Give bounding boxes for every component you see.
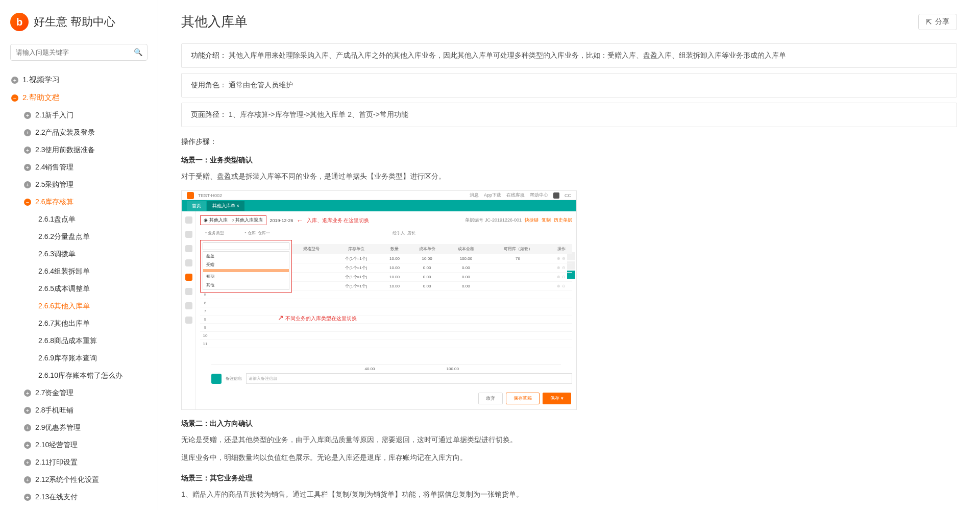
nav-label: 2.6.4组装拆卸单 [38, 267, 90, 276]
ss-toolbar: 复制 [542, 217, 551, 224]
brand-title: 好生意 帮助中心 [34, 14, 115, 30]
ss-tabs: 首页 其他入库单 × [182, 200, 576, 211]
nav-label: 2.6.5成本调整单 [38, 284, 90, 294]
ss-account: TEST-H002 [198, 193, 222, 198]
nav-label: 2.6库存核算 [35, 198, 74, 207]
nav-l3-item[interactable]: 2.6.10库存账本错了怎么办 [10, 367, 148, 384]
ss-total-amount: 100.00 [447, 367, 459, 371]
ss-annotation1: 入库、退库业务 在这里切换 [307, 217, 370, 224]
embedded-screenshot: TEST-H002 消息 App下载 在线客服 帮助中心 CC 首页 其他入库单… [181, 190, 577, 410]
ss-btn-cancel: 放弃 [478, 393, 503, 404]
nav-l2-item[interactable]: +2.13在线支付 [10, 489, 148, 506]
nav-l2-item[interactable]: +2.2产品安装及登录 [10, 124, 148, 141]
role-box: 使用角色： 通常由仓管人员维护 [181, 73, 957, 98]
ss-dropdown-item: 受赠 [203, 260, 289, 269]
scene2-text1: 无论是受赠，还是其他类型的业务，由于入库商品质量等原因，需要退回，这时可通过单据… [181, 433, 957, 446]
nav-l3-item[interactable]: 2.6.1盘点单 [10, 211, 148, 228]
nav-label: 2.10经营管理 [35, 441, 78, 450]
nav-l3-item[interactable]: 2.6.4组装拆卸单 [10, 263, 148, 280]
role-text: 通常由仓管人员维护 [229, 81, 293, 89]
nav-label: 2.11打印设置 [35, 458, 78, 467]
nav-l2-item[interactable]: +2.8手机旺铺 [10, 402, 148, 419]
ss-dropdown-item: 盘盈 [203, 252, 289, 260]
nav-l3-item[interactable]: 2.6.9库存账本查询 [10, 350, 148, 367]
nav-l3-item[interactable]: 2.6.5成本调整单 [10, 280, 148, 298]
ss-avatar-icon [553, 192, 559, 199]
ss-note-label: 备注信息 [226, 376, 242, 381]
nav-l1-video[interactable]: +1.视频学习 [10, 71, 148, 89]
search-icon[interactable]: 🔍 [134, 48, 142, 56]
ss-totals: 40.00 100.00 [211, 364, 561, 371]
brand-row: b 好生意 帮助中心 [10, 13, 148, 31]
nav-label: 2.6.6其他入库单 [38, 302, 90, 311]
ss-logo-icon [187, 192, 194, 199]
nav-l2-item[interactable]: +2.3使用前数据准备 [10, 141, 148, 159]
scene2-title: 场景二：出入方向确认 [181, 419, 957, 428]
nav-label: 2.6.2分量盘点单 [38, 232, 90, 241]
nav-label: 2.9优惠券管理 [35, 423, 81, 432]
ss-top-link: 在线客服 [506, 192, 525, 199]
scene3-title: 场景三：其它业务处理 [181, 474, 957, 483]
ss-body: ◉ 其他入库 ○ 其他入库退库 2019-12-26 ← 入库、退库业务 在这里… [196, 211, 576, 409]
nav-l2-item[interactable]: +2.11打印设置 [10, 454, 148, 471]
ss-meta-row: * 业务类型 * 仓库 仓库一 经手人 店长 [200, 228, 572, 238]
scene1-title: 场景一：业务类型确认 [181, 156, 957, 165]
ss-btn-save: 保存 ▾ [543, 393, 571, 404]
nav-label: 2.6.8商品成本重算 [38, 336, 97, 346]
ss-top-link: App下载 [484, 192, 501, 199]
ss-toolbar: 历史单据 [554, 217, 572, 224]
nav-label: 2.帮助文档 [22, 93, 60, 103]
share-button[interactable]: ⇱ 分享 [918, 14, 957, 30]
nav-l2-item[interactable]: +2.9优惠券管理 [10, 419, 148, 436]
nav-label: 2.3使用前数据准备 [35, 145, 95, 155]
ss-radio: ◉ 其他入库 [204, 217, 228, 224]
share-icon: ⇱ [926, 18, 932, 26]
search-input[interactable] [10, 44, 148, 61]
intro-label: 功能介绍： [191, 51, 227, 59]
nav-label: 1.视频学习 [22, 75, 60, 85]
nav-l2-item[interactable]: +2.14常见问题 [10, 506, 148, 510]
nav-l2-item[interactable]: +2.5采购管理 [10, 176, 148, 193]
nav-label: 2.6.1盘点单 [38, 215, 76, 224]
ss-nav-icon [185, 245, 192, 252]
ss-meta-warehouse: * 仓库 仓库一 [244, 230, 270, 236]
ss-nav-icon [185, 317, 192, 324]
ss-doc-no: 单据编号 JC-20191226-001 [465, 217, 522, 224]
ss-nav-icon [185, 216, 192, 224]
nav-l2-item[interactable]: +2.4销售管理 [10, 159, 148, 176]
share-label: 分享 [935, 17, 949, 27]
nav-l2-item[interactable]: +2.7资金管理 [10, 384, 148, 402]
role-label: 使用角色： [191, 81, 227, 89]
nav-label: 2.5采购管理 [35, 180, 74, 189]
path-text: 1、库存核算->库存管理->其他入库单 2、首页->常用功能 [229, 110, 408, 118]
nav-label: 2.7资金管理 [35, 388, 74, 398]
ss-type-radio-group: ◉ 其他入库 ○ 其他入库退库 [200, 215, 266, 225]
nav-l3-item[interactable]: 2.6.8商品成本重算 [10, 332, 148, 350]
ss-meta-type: * 业务类型 [205, 230, 224, 236]
nav-label: 2.4销售管理 [35, 163, 74, 172]
nav-l3-item[interactable]: 2.6.2分量盘点单 [10, 228, 148, 246]
ss-type-dropdown: 盘盈 受赠 初期 其他 [200, 240, 292, 293]
ss-total-qty: 40.00 [365, 367, 375, 371]
steps-label: 操作步骤： [181, 137, 957, 147]
nav-l1-docs[interactable]: −2.帮助文档 [10, 89, 148, 107]
nav-label: 2.6.3调拨单 [38, 250, 76, 259]
ss-note-input: 请输入备注信息 [246, 373, 572, 384]
nav-l2-item[interactable]: +2.10经营管理 [10, 436, 148, 454]
intro-box: 功能介绍： 其他入库单用来处理除采购入库、产成品入库之外的其他入库业务，因此其他… [181, 43, 957, 68]
nav-l3-other-in[interactable]: 2.6.6其他入库单 [10, 298, 148, 315]
nav-l3-item[interactable]: 2.6.3调拨单 [10, 246, 148, 263]
intro-text: 其他入库单用来处理除采购入库、产成品入库之外的其他入库业务，因此其他入库单可处理… [229, 51, 786, 59]
page-header: 其他入库单 ⇱ 分享 [181, 13, 957, 31]
ss-titlebar: TEST-H002 消息 App下载 在线客服 帮助中心 CC [182, 191, 576, 200]
ss-top-link: 帮助中心 [530, 192, 548, 199]
nav-l3-item[interactable]: 2.6.7其他出库单 [10, 315, 148, 332]
ss-btn-draft: 保存草稿 [506, 393, 540, 404]
path-box: 页面路径： 1、库存核算->库存管理->其他入库单 2、首页->常用功能 [181, 103, 957, 127]
search-box: 🔍 [10, 44, 148, 61]
ss-top-link: CC [565, 193, 571, 198]
nav-l2-item[interactable]: +2.12系统个性化设置 [10, 471, 148, 489]
nav-l2-inventory[interactable]: −2.6库存核算 [10, 193, 148, 211]
nav-label: 2.6.7其他出库单 [38, 319, 90, 328]
nav-l2-item[interactable]: +2.1新手入门 [10, 107, 148, 124]
